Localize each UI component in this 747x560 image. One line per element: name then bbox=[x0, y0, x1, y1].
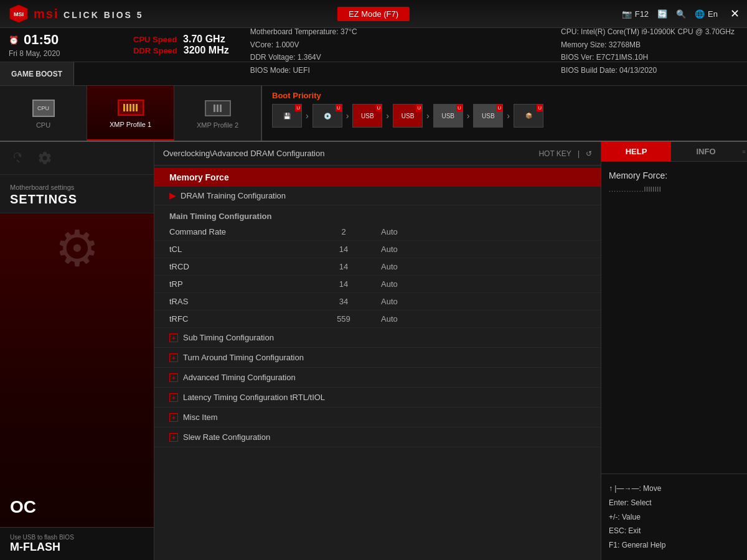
search-group[interactable]: 🔍 bbox=[676, 9, 686, 19]
ddr-voltage: DDR Voltage: 1.364V bbox=[250, 51, 536, 63]
panel-resize-handle[interactable]: ≡ bbox=[741, 142, 747, 161]
boot-device-dvd[interactable]: 💿 U bbox=[312, 104, 342, 128]
trcd-name: tRCD bbox=[169, 262, 306, 271]
turnaround-expand-icon: + bbox=[169, 353, 178, 362]
ez-mode-button[interactable]: EZ Mode (F7) bbox=[337, 7, 410, 21]
dram-training-arrow: ▶ bbox=[169, 191, 176, 200]
scroll-area[interactable]: Memory Force ▶ DRAM Training Configurati… bbox=[154, 166, 601, 560]
breadcrumb-text: Overclocking\Advanced DRAM Configuration bbox=[163, 149, 324, 158]
misc-item-row[interactable]: + Misc Item bbox=[154, 408, 601, 427]
bios-date: BIOS Build Date: 04/13/2020 bbox=[561, 64, 735, 77]
memory-force-row[interactable]: Memory Force bbox=[154, 168, 601, 187]
tab-xmp1[interactable]: XMP Profile 1 bbox=[87, 86, 174, 141]
mem-size: Memory Size: 32768MB bbox=[561, 39, 735, 51]
timing-row-command-rate[interactable]: Command Rate 2 Auto bbox=[154, 223, 601, 241]
trp-value: 14 bbox=[306, 279, 381, 289]
camera-icon: 📷 bbox=[622, 9, 632, 19]
keyboard-value: +/-: Value bbox=[609, 510, 740, 525]
timing-row-trfc[interactable]: tRFC 559 Auto bbox=[154, 310, 601, 328]
help-tab[interactable]: HELP bbox=[601, 142, 671, 161]
tcl-name: tCL bbox=[169, 245, 306, 254]
boot-device-usb1[interactable]: USB U bbox=[352, 104, 382, 128]
brand-name: msi CLICK BIOS 5 bbox=[34, 7, 144, 21]
bios-ver: BIOS Ver: E7C71IMS.10H bbox=[561, 51, 735, 63]
sub-timing-row[interactable]: + Sub Timing Configuration bbox=[154, 328, 601, 348]
language-group[interactable]: 🌐 En bbox=[695, 9, 718, 19]
boot-device-hdd[interactable]: 💾 U bbox=[272, 104, 302, 128]
trp-name: tRP bbox=[169, 279, 306, 289]
tras-name: tRAS bbox=[169, 297, 306, 306]
xmp1-tab-label: XMP Profile 1 bbox=[110, 121, 151, 128]
dram-training-label: DRAM Training Configuration bbox=[181, 191, 286, 200]
latency-timing-row[interactable]: + Latency Timing Configuration tRTL/tIOL bbox=[154, 388, 601, 408]
refresh-group[interactable]: 🔄 bbox=[657, 9, 667, 19]
trfc-name: tRFC bbox=[169, 314, 306, 324]
misc-item-label: Misc Item bbox=[183, 413, 218, 422]
speed-area: CPU Speed 3.70 GHz DDR Speed 3200 MHz bbox=[125, 34, 238, 56]
tras-value: 34 bbox=[306, 297, 381, 306]
info-tab[interactable]: INFO bbox=[671, 142, 741, 161]
profile-row: CPU CPU XMP Profile 1 XMP Profile 2 Boot… bbox=[0, 86, 747, 142]
xmp2-icon bbox=[205, 98, 231, 119]
advanced-timing-label: Advanced Timing Configuration bbox=[183, 373, 296, 382]
screenshot-group[interactable]: 📷 F12 bbox=[622, 9, 649, 19]
usb4-icon: USB bbox=[482, 113, 495, 119]
tab-cpu[interactable]: CPU CPU bbox=[0, 86, 87, 141]
tcl-value: 14 bbox=[306, 245, 381, 254]
trp-mode: Auto bbox=[381, 279, 586, 289]
dvd-icon: 💿 bbox=[324, 113, 331, 119]
clock-date: Fri 8 May, 2020 bbox=[9, 49, 116, 58]
close-button[interactable]: ✕ bbox=[730, 7, 740, 21]
boot-device-usb3[interactable]: USB U bbox=[433, 104, 463, 128]
settings-title: SETTINGS bbox=[10, 192, 144, 207]
slew-rate-row[interactable]: + Slew Rate Configuration bbox=[154, 427, 601, 447]
cpu-die-icon: CPU bbox=[32, 100, 55, 117]
ddr-speed-value: 3200 MHz bbox=[184, 45, 229, 56]
separator: | bbox=[578, 149, 580, 158]
keyboard-esc: ESC: Exit bbox=[609, 524, 740, 538]
memory-force-label: Memory Force bbox=[169, 172, 229, 182]
clock-icon: ⏰ bbox=[9, 35, 19, 45]
help-content: Memory Force: ..............llllllll bbox=[601, 162, 747, 327]
usb3-icon: USB bbox=[441, 113, 454, 119]
turnaround-label: Turn Around Timing Configuration bbox=[183, 353, 304, 362]
cmd-rate-mode: Auto bbox=[381, 227, 586, 236]
latency-timing-expand-icon: + bbox=[169, 393, 178, 402]
dram-training-row[interactable]: ▶ DRAM Training Configuration bbox=[154, 187, 601, 205]
hotkey-area: HOT KEY | ↺ bbox=[538, 149, 592, 158]
settings-sub-label: Motherboard settings bbox=[10, 184, 144, 191]
ddr-speed-label: DDR Speed bbox=[133, 46, 177, 55]
oc-section[interactable]: ⚙ OC bbox=[0, 213, 154, 527]
timing-row-trp[interactable]: tRP 14 Auto bbox=[154, 276, 601, 293]
boot-priority-area: Boot Priority 💾 U › 💿 U › USB U › USB U … bbox=[261, 86, 747, 141]
xmp1-icon bbox=[118, 97, 144, 118]
oc-label: OC bbox=[10, 497, 36, 517]
timing-row-tras[interactable]: tRAS 34 Auto bbox=[154, 293, 601, 310]
back-button[interactable]: ↺ bbox=[586, 149, 592, 158]
top-right-icons: 📷 F12 🔄 🔍 🌐 En ✕ bbox=[622, 7, 740, 21]
boot-device-usb4[interactable]: USB U bbox=[473, 104, 503, 128]
cpu-speed-label: CPU Speed bbox=[133, 35, 177, 44]
boot-device-opt[interactable]: 📦 U bbox=[514, 104, 543, 128]
game-boost-label[interactable]: GAME BOOST bbox=[0, 62, 74, 85]
help-description: ..............llllllll bbox=[609, 185, 740, 193]
search-icon: 🔍 bbox=[676, 9, 686, 19]
svg-text:MSI: MSI bbox=[14, 11, 24, 17]
boot-priority-label: Boot Priority bbox=[272, 91, 737, 100]
advanced-timing-row[interactable]: + Advanced Timing Configuration bbox=[154, 368, 601, 388]
hdd-icon: 💾 bbox=[283, 113, 291, 119]
sub-timing-label: Sub Timing Configuration bbox=[183, 333, 274, 342]
turnaround-row[interactable]: + Turn Around Timing Configuration bbox=[154, 348, 601, 368]
settings-section[interactable]: Motherboard settings SETTINGS bbox=[0, 175, 154, 213]
svg-rect-2 bbox=[16, 159, 20, 163]
timing-row-trcd[interactable]: tRCD 14 Auto bbox=[154, 258, 601, 276]
latency-timing-label: Latency Timing Configuration tRTL/tIOL bbox=[183, 393, 325, 402]
mflash-section[interactable]: Use USB to flash BIOS M-FLASH bbox=[0, 527, 154, 560]
hotkey-label: HOT KEY bbox=[538, 149, 571, 158]
trfc-value: 559 bbox=[306, 314, 381, 324]
tab-xmp2[interactable]: XMP Profile 2 bbox=[174, 86, 261, 141]
opt-icon: 📦 bbox=[525, 113, 532, 119]
timing-row-tcl[interactable]: tCL 14 Auto bbox=[154, 241, 601, 258]
ram-stick-icon bbox=[118, 100, 144, 116]
boot-device-usb2[interactable]: USB U bbox=[393, 104, 423, 128]
